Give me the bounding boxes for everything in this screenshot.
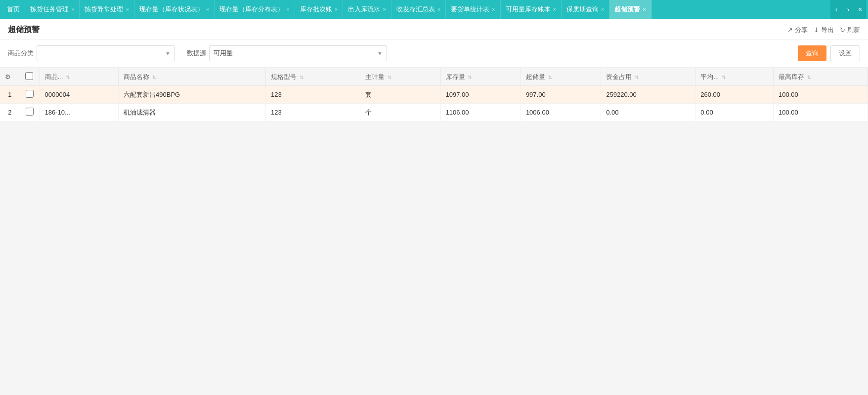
th-overstock: 超储量 ⇅: [521, 68, 601, 86]
share-button[interactable]: ↗ 分享: [787, 26, 808, 35]
th-max-stock-label: 最高库存: [779, 73, 804, 80]
th-product-code: 商品... ⇅: [40, 68, 119, 86]
close-icon[interactable]: ×: [206, 6, 209, 12]
close-icon[interactable]: ×: [492, 6, 495, 12]
nav-inventory-status[interactable]: 现存量（库存状况表） ×: [134, 0, 215, 19]
sort-icon[interactable]: ⇅: [807, 75, 811, 80]
nav-inout-flow[interactable]: 出入库流水 ×: [343, 0, 391, 19]
nav-available-ledger[interactable]: 可用量库存账本 ×: [501, 0, 562, 19]
filter-buttons: 查询 设置: [798, 45, 860, 61]
row-index: 2: [0, 104, 20, 121]
sort-icon[interactable]: ⇅: [468, 75, 472, 80]
nav-quality-check[interactable]: 保质期查询 ×: [562, 0, 609, 19]
close-icon[interactable]: ×: [601, 6, 604, 12]
th-capital-usage: 资金占用 ⇅: [601, 68, 695, 86]
th-average: 平均... ⇅: [695, 68, 774, 86]
nav-home[interactable]: 首页: [2, 0, 25, 19]
th-product-name: 商品名称 ⇅: [119, 68, 266, 86]
th-inventory: 库存量 ⇅: [440, 68, 521, 86]
cell-spec: 123: [266, 104, 360, 121]
page-header: 超储预警 ↗ 分享 ⤓ 导出 ↻ 刷新: [0, 19, 868, 40]
page-title: 超储预警: [8, 25, 40, 35]
row-checkbox-cell: [20, 104, 40, 121]
sort-icon[interactable]: ⇅: [152, 75, 156, 80]
close-icon[interactable]: ×: [335, 6, 338, 12]
cell-capital-usage: 259220.00: [601, 86, 695, 104]
th-unit-label: 主计量: [365, 73, 385, 80]
close-icon[interactable]: ×: [553, 6, 556, 12]
table-body: 10000004六配套新昌490BPG123套1097.00997.002592…: [0, 86, 868, 121]
close-icon[interactable]: ×: [71, 6, 74, 12]
nav-collect-summary[interactable]: 收发存汇总表 ×: [391, 0, 446, 19]
cell-inventory: 1106.00: [440, 104, 521, 121]
cell-average: 0.00: [695, 104, 774, 121]
cell-unit: 个: [360, 104, 440, 121]
chevron-down-icon: ▼: [165, 50, 171, 56]
query-button[interactable]: 查询: [798, 45, 826, 61]
nav-batch-account[interactable]: 库存批次账 ×: [295, 0, 343, 19]
th-inventory-label: 库存量: [446, 73, 465, 80]
datasource-select[interactable]: 可用量 ▼: [209, 45, 387, 61]
datasource-filter: 数据源 可用量 ▼: [187, 45, 387, 61]
th-average-label: 平均...: [700, 73, 719, 80]
sort-icon[interactable]: ⇅: [635, 75, 639, 80]
export-button[interactable]: ⤓ 导出: [814, 26, 834, 35]
close-icon[interactable]: ×: [643, 6, 646, 12]
nav-overstock-warning[interactable]: 超储预警 ×: [609, 0, 651, 19]
category-select[interactable]: ▼: [37, 45, 175, 61]
cell-unit: 套: [360, 86, 440, 104]
cell-product-name: 六配套新昌490BPG: [119, 86, 266, 104]
sort-icon[interactable]: ⇅: [388, 75, 391, 80]
th-spec: 规格型号 ⇅: [266, 68, 360, 86]
nav-arrow-close[interactable]: ×: [854, 0, 866, 19]
th-capital-usage-label: 资金占用: [606, 73, 632, 80]
cell-max-stock: 100.00: [773, 86, 868, 104]
nav-inventory-dist[interactable]: 现存量（库存分布表） ×: [215, 0, 295, 19]
th-settings: ⚙: [0, 68, 20, 86]
row-checkbox[interactable]: [26, 108, 34, 116]
top-nav: 首页 拣货任务管理 × 拣货异常处理 × 现存量（库存状况表） × 现存量（库存…: [0, 0, 868, 19]
header-actions: ↗ 分享 ⤓ 导出 ↻ 刷新: [787, 26, 860, 35]
table-row: 2186-10...机油滤清器123个1106.001006.000.000.0…: [0, 104, 868, 121]
page-content: 超储预警 ↗ 分享 ⤓ 导出 ↻ 刷新 商品分类 ▼ 数据源: [0, 19, 868, 121]
row-checkbox-cell: [20, 86, 40, 104]
sort-icon[interactable]: ⇅: [548, 75, 552, 80]
nav-task-mgmt[interactable]: 拣货任务管理 ×: [25, 0, 80, 19]
row-index: 1: [0, 86, 20, 104]
select-all-checkbox[interactable]: [25, 72, 33, 80]
close-icon[interactable]: ×: [383, 6, 386, 12]
sort-icon[interactable]: ⇅: [66, 75, 70, 80]
refresh-button[interactable]: ↻ 刷新: [840, 26, 860, 35]
th-unit: 主计量 ⇅: [360, 68, 440, 86]
refresh-icon: ↻: [840, 26, 845, 34]
cell-max-stock: 100.00: [773, 104, 868, 121]
nav-arrow-left[interactable]: ‹: [830, 0, 842, 19]
cell-product-code: 0000004: [40, 86, 119, 104]
settings-button[interactable]: 设置: [830, 45, 860, 61]
th-product-name-label: 商品名称: [124, 73, 149, 80]
th-spec-label: 规格型号: [271, 73, 297, 80]
cell-overstock: 1006.00: [521, 104, 601, 121]
datasource-select-value: 可用量: [214, 49, 233, 58]
nav-arrow-right[interactable]: ›: [842, 0, 854, 19]
cell-spec: 123: [266, 86, 360, 104]
cell-overstock: 997.00: [521, 86, 601, 104]
data-table: ⚙ 商品... ⇅ 商品名称 ⇅ 规格型号 ⇅: [0, 68, 868, 121]
cell-product-name: 机油滤清器: [119, 104, 266, 121]
close-icon[interactable]: ×: [126, 6, 129, 12]
row-checkbox[interactable]: [26, 90, 34, 98]
gear-icon[interactable]: ⚙: [5, 73, 13, 81]
datasource-label: 数据源: [187, 49, 206, 58]
table-container: ⚙ 商品... ⇅ 商品名称 ⇅ 规格型号 ⇅: [0, 68, 868, 121]
close-icon[interactable]: ×: [286, 6, 289, 12]
th-max-stock: 最高库存 ⇅: [773, 68, 868, 86]
nav-arrows: ‹ › ×: [830, 0, 866, 19]
nav-abnormal[interactable]: 拣货异常处理 ×: [80, 0, 134, 19]
th-checkbox: [20, 68, 40, 86]
cell-capital-usage: 0.00: [601, 104, 695, 121]
nav-order-stats[interactable]: 要货单统计表 ×: [446, 0, 500, 19]
close-icon[interactable]: ×: [437, 6, 440, 12]
cell-average: 260.00: [695, 86, 774, 104]
sort-icon[interactable]: ⇅: [300, 75, 304, 80]
sort-icon[interactable]: ⇅: [722, 75, 726, 80]
